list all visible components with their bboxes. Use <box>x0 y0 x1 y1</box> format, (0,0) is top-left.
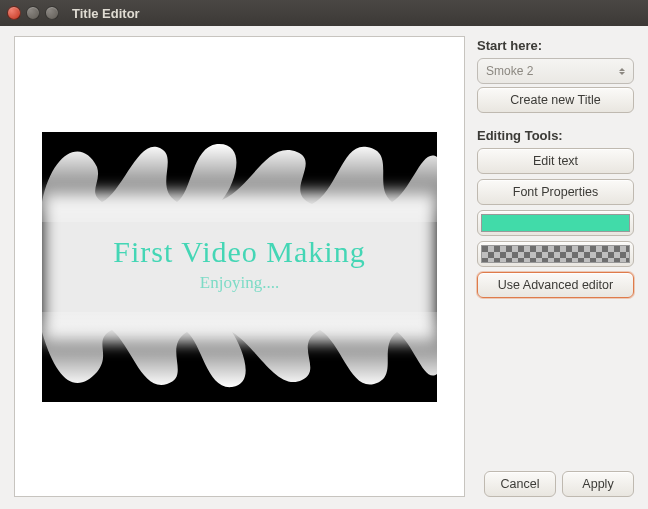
editing-tools-heading: Editing Tools: <box>477 128 634 143</box>
window-close-button[interactable] <box>7 6 21 20</box>
use-advanced-editor-label: Use Advanced editor <box>498 278 613 292</box>
window-maximize-button[interactable] <box>45 6 59 20</box>
preview-title-line2: Enjoying.... <box>113 273 365 293</box>
cancel-button[interactable]: Cancel <box>484 471 556 497</box>
apply-button-label: Apply <box>582 477 613 491</box>
chevron-updown-icon <box>619 68 625 75</box>
preview-title-text: First Video Making Enjoying.... <box>113 235 365 293</box>
side-panel: Start here: Smoke 2 Create new Title Edi… <box>477 36 634 463</box>
dialog-footer: Cancel Apply <box>477 471 634 497</box>
background-transparent-swatch <box>481 245 630 263</box>
preview-panel: First Video Making Enjoying.... <box>14 36 465 497</box>
create-new-title-label: Create new Title <box>510 93 600 107</box>
title-preview: First Video Making Enjoying.... <box>42 132 437 402</box>
template-select[interactable]: Smoke 2 <box>477 58 634 84</box>
apply-button[interactable]: Apply <box>562 471 634 497</box>
font-color-swatch <box>481 214 630 232</box>
use-advanced-editor-button[interactable]: Use Advanced editor <box>477 272 634 298</box>
preview-title-line1: First Video Making <box>113 235 365 269</box>
font-properties-label: Font Properties <box>513 185 598 199</box>
background-color-button[interactable] <box>477 241 634 267</box>
window-titlebar: Title Editor <box>0 0 648 26</box>
window-minimize-button[interactable] <box>26 6 40 20</box>
window-title: Title Editor <box>72 6 140 21</box>
template-select-value: Smoke 2 <box>486 64 533 78</box>
edit-text-button[interactable]: Edit text <box>477 148 634 174</box>
create-new-title-button[interactable]: Create new Title <box>477 87 634 113</box>
smoke-effect-bottom <box>42 312 437 402</box>
cancel-button-label: Cancel <box>501 477 540 491</box>
font-color-button[interactable] <box>477 210 634 236</box>
edit-text-label: Edit text <box>533 154 578 168</box>
font-properties-button[interactable]: Font Properties <box>477 179 634 205</box>
start-here-heading: Start here: <box>477 38 634 53</box>
